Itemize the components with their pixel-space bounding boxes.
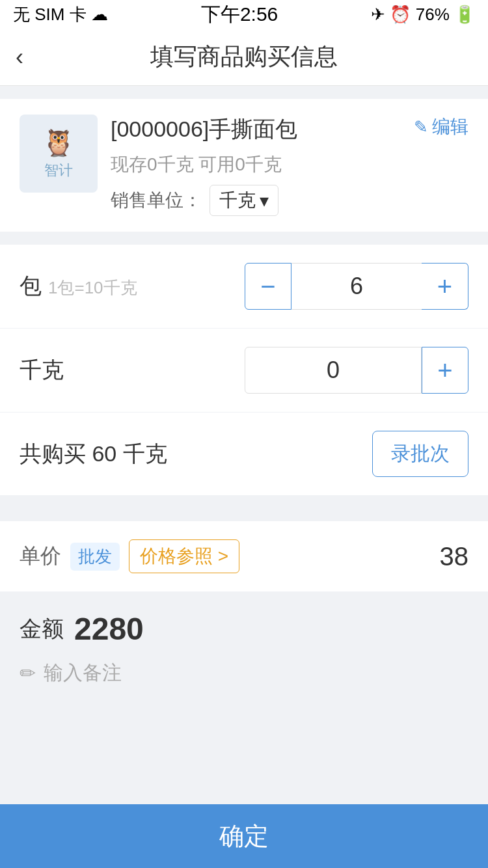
edit-icon: ✎	[414, 117, 428, 137]
product-unit-row: 销售单位： 千克 ▾	[111, 185, 468, 216]
kg-quantity-controls: +	[245, 347, 468, 394]
unit-selector[interactable]: 千克 ▾	[210, 185, 278, 216]
battery-label: ✈ ⏰ 76% 🔋	[371, 5, 475, 25]
amount-row: 金额 2280	[20, 611, 468, 647]
bag-minus-button[interactable]: −	[245, 263, 291, 310]
kg-label: 千克	[20, 355, 64, 385]
unit-label: 销售单位：	[111, 188, 202, 213]
back-button[interactable]: ‹	[16, 44, 23, 71]
price-row: 单价 批发 价格参照 > 38	[20, 539, 468, 573]
status-left: 无 SIM 卡 ☁	[13, 3, 108, 26]
note-row[interactable]: ✏ 输入备注	[20, 660, 468, 686]
total-row: 共购买 60 千克 录批次	[0, 413, 488, 495]
product-stock: 现存0千克 可用0千克	[111, 152, 468, 177]
note-input[interactable]: 输入备注	[44, 660, 122, 686]
status-bar: 无 SIM 卡 ☁ 下午2:56 ✈ ⏰ 76% 🔋	[0, 0, 488, 29]
amount-label: 金额	[20, 614, 64, 644]
status-time: 下午2:56	[201, 1, 278, 28]
kg-plus-button[interactable]: +	[422, 347, 468, 394]
unit-chevron-icon: ▾	[260, 190, 269, 211]
sim-label: 无 SIM 卡 ☁	[13, 3, 108, 26]
price-value: 38	[440, 542, 469, 571]
edit-button[interactable]: ✎ 编辑	[414, 115, 468, 139]
price-reference-button[interactable]: 价格参照 >	[129, 539, 239, 573]
product-logo-icon: 🦉	[42, 128, 75, 158]
amount-section: 金额 2280 ✏ 输入备注	[0, 591, 488, 699]
batch-button[interactable]: 录批次	[372, 431, 468, 477]
price-badge: 批发	[70, 543, 120, 571]
bag-hint: 1包=10千克	[48, 277, 137, 299]
product-card: 🦉 智计 [0000006]手撕面包 现存0千克 可用0千克 销售单位： 千克 …	[0, 99, 488, 232]
kg-quantity-input[interactable]	[245, 347, 422, 394]
product-logo-text: 智计	[44, 161, 73, 180]
bag-label: 包 1包=10千克	[20, 271, 137, 301]
bag-quantity-input[interactable]	[291, 263, 422, 310]
bag-plus-button[interactable]: +	[422, 263, 468, 310]
status-right: ✈ ⏰ 76% 🔋	[371, 5, 475, 25]
edit-label: 编辑	[432, 115, 468, 139]
total-amount: 60	[92, 441, 116, 466]
bag-quantity-row: 包 1包=10千克 − +	[0, 245, 488, 329]
bag-quantity-controls: − +	[245, 263, 468, 310]
price-section: 单价 批发 价格参照 > 38	[0, 521, 488, 591]
price-label-group: 单价 批发 价格参照 >	[20, 539, 239, 573]
note-edit-icon: ✏	[20, 662, 36, 685]
total-text: 共购买 60 千克	[20, 439, 167, 469]
amount-value: 2280	[74, 611, 144, 647]
nav-bar: ‹ 填写商品购买信息	[0, 29, 488, 86]
unit-value: 千克	[219, 188, 256, 213]
confirm-button[interactable]: 确定	[0, 804, 488, 868]
section-divider-2	[0, 495, 488, 508]
page-title: 填写商品购买信息	[150, 41, 338, 73]
section-divider-1	[0, 232, 488, 245]
kg-quantity-row: 千克 +	[0, 329, 488, 413]
price-label: 单价	[20, 542, 61, 571]
product-image: 🦉 智计	[20, 115, 98, 193]
